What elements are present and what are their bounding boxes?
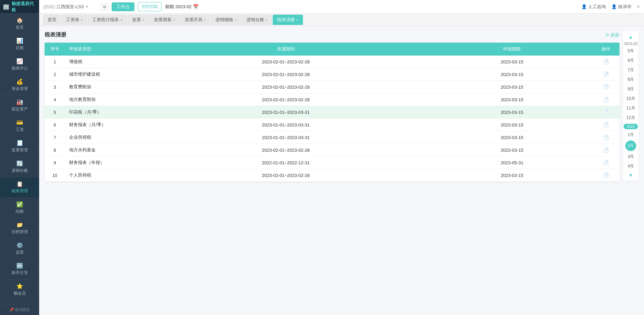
calendar-month-jul[interactable]: 7月 — [623, 65, 639, 75]
tab-tax-clear-label: 税表清册 — [277, 17, 295, 23]
sidebar-footer-unpin[interactable]: 📌 取消固定 — [0, 304, 39, 315]
copy-company-button[interactable]: ⧉ — [101, 3, 108, 10]
sidebar-item-report[interactable]: 📈 报表中心 — [0, 55, 39, 75]
ledger-icon: 📊 — [16, 38, 23, 44]
cell-period: 2023-02-01~2023-02-28 — [140, 81, 432, 93]
tax-table: 序号 申报表类型 所属期间 申报期限 操作 1 增值税 2023-02-01~2… — [45, 43, 619, 182]
vip-icon: ⭐ — [16, 283, 23, 289]
cell-no: 7 — [45, 131, 65, 144]
cell-period: 2023-01-01~2023-03-31 — [140, 131, 432, 144]
tab-invoice-calc-close[interactable]: × — [173, 18, 175, 22]
action-icon[interactable]: 📄 — [603, 109, 609, 115]
action-icon[interactable]: 📄 — [603, 172, 609, 178]
tab-invoice[interactable]: 发票 × — [128, 15, 149, 25]
action-icon[interactable]: 📄 — [603, 97, 609, 102]
calendar-month-aug[interactable]: 8月 — [623, 75, 639, 85]
sidebar-item-guide[interactable]: 🆕 新手引导 — [0, 259, 39, 280]
calendar-month-may[interactable]: 5月 — [623, 46, 639, 56]
settings-icon: ⚙️ — [16, 242, 23, 249]
calendar-up-button[interactable]: ▲ — [627, 33, 634, 41]
sidebar-item-invoice[interactable]: 🧾 发票管理 — [0, 136, 39, 157]
period-selector[interactable]: 期期 2023-02 📅 — [165, 4, 198, 10]
user-menu[interactable]: 👤 徐泽华 — [611, 4, 631, 10]
cell-deadline: 2023-03-15 — [432, 169, 593, 182]
sidebar-item-guide-label: 新手引导 — [12, 270, 28, 276]
main-panel: 税表清册 ↻ 刷新 序号 申报表类型 所属期间 申报期限 操作 — [45, 31, 619, 310]
action-icon[interactable]: 📄 — [603, 147, 609, 153]
calendar-month-nov[interactable]: 11月 — [623, 104, 639, 113]
calendar-icon[interactable]: 📅 — [193, 4, 198, 9]
tab-invoice-close[interactable]: × — [142, 18, 144, 22]
calendar-month-jun[interactable]: 6月 — [623, 56, 639, 65]
calendar-month-sep[interactable]: 9月 — [623, 85, 639, 94]
asset-icon: 🏭 — [16, 99, 23, 105]
unpin-label: 取消固定 — [15, 308, 30, 312]
sidebar-item-archive[interactable]: 📁 归档管理 — [0, 218, 39, 239]
tab-home[interactable]: 首页 — [43, 15, 61, 25]
cell-action: 📄 — [592, 169, 619, 182]
action-icon[interactable]: 📄 — [603, 135, 609, 140]
tab-invoice-open-close[interactable]: × — [204, 18, 206, 22]
workbench-button[interactable]: 工作台 — [112, 2, 134, 11]
topbar: (勿动) 江西报宜-LSS ▼ ⧉ 工作台 切到旧版 期期 2023-02 📅 … — [39, 0, 644, 14]
cell-period: 2022-01-01~2022-12-31 — [140, 156, 432, 169]
tab-inout-check-close[interactable]: × — [235, 18, 237, 22]
cell-deadline: 2023-03-15 — [432, 131, 593, 144]
sidebar-item-asset[interactable]: 🏭 固定资产 — [0, 95, 39, 116]
tab-invoice-open[interactable]: 发票开具 × — [180, 15, 210, 25]
sidebar-item-settings[interactable]: ⚙️ 设置 — [0, 239, 39, 259]
action-icon[interactable]: 📄 — [603, 59, 609, 64]
action-icon[interactable]: 📄 — [603, 84, 609, 90]
sidebar-item-vip-label: 畅会员 — [14, 290, 26, 296]
cell-period: 2023-01-01~2023-03-31 — [140, 119, 432, 131]
tab-inout-ledger[interactable]: 进销台账 × — [242, 15, 272, 25]
calendar-month-feb-selected[interactable]: 2月 — [625, 140, 636, 151]
user-avatar-icon: 👤 — [611, 4, 617, 9]
refresh-button[interactable]: ↻ 刷新 — [606, 32, 619, 38]
sidebar-item-salary[interactable]: 💳 工资 — [0, 116, 39, 136]
cell-deadline: 2023-03-15 — [432, 81, 593, 93]
invoice-icon: 🧾 — [16, 140, 23, 146]
tab-salary-report-label: 工资统计报表 — [92, 17, 119, 23]
sidebar-item-vip[interactable]: ⭐ 畅会员 — [0, 280, 39, 300]
sidebar-item-tax-label: 税务管理 — [12, 188, 28, 194]
sidebar-item-ledger[interactable]: 📊 总账 — [0, 34, 39, 55]
human-service-button[interactable]: 👤 人工咨询 — [581, 4, 606, 10]
tab-salary-report[interactable]: 工资统计报表 × — [88, 15, 127, 25]
sidebar-item-settle[interactable]: ✅ 结账 — [0, 198, 39, 218]
action-icon[interactable]: 📄 — [603, 122, 609, 127]
company-prefix: (勿动) — [43, 4, 55, 10]
tab-salary-close[interactable]: × — [81, 18, 83, 22]
tab-invoice-calc-label: 发票测算 — [154, 17, 172, 23]
tab-salary[interactable]: 工资表 × — [62, 15, 87, 25]
tab-invoice-calc[interactable]: 发票测算 × — [149, 15, 179, 25]
tab-tax-clear-close[interactable]: × — [296, 18, 298, 22]
cell-action: 📄 — [592, 93, 619, 106]
calendar-down-button[interactable]: ▼ — [627, 171, 634, 179]
tab-inout-check[interactable]: 进销稽核 × — [211, 15, 241, 25]
sidebar-item-tax[interactable]: 📋 税务管理 — [0, 177, 39, 198]
sidebar-item-fund[interactable]: 💰 资金管理 — [0, 75, 39, 95]
sidebar-item-inout[interactable]: 🔄 进销台账 — [0, 157, 39, 177]
oldversion-button[interactable]: 切到旧版 — [138, 2, 162, 11]
cell-action: 📄 — [592, 131, 619, 144]
sidebar-item-home[interactable]: 🏠 首页 — [0, 14, 39, 34]
calendar-month-dec[interactable]: 12月 — [623, 113, 639, 123]
calendar-month-apr[interactable]: 4月 — [623, 162, 639, 171]
topbar-close-button[interactable]: × — [637, 4, 640, 10]
calendar-month-mar[interactable]: 3月 — [623, 152, 639, 162]
tab-tax-clear[interactable]: 税表清册 × — [273, 15, 303, 25]
tab-inout-ledger-close[interactable]: × — [265, 18, 268, 22]
table-row: 5 印花税（月/季） 2023-01-01~2023-03-31 2023-03… — [45, 106, 619, 119]
sidebar-item-settings-label: 设置 — [16, 250, 24, 255]
app-logo-icon: 🏢 — [3, 3, 10, 10]
salary-icon: 💳 — [16, 119, 23, 126]
calendar-month-oct[interactable]: 10月 — [623, 94, 639, 104]
sidebar: 🏢 畅捷通易代账 🏠 首页 📊 总账 📈 报表中心 💰 资金管理 🏭 固定资产 … — [0, 0, 39, 315]
action-icon[interactable]: 📄 — [603, 72, 609, 77]
tab-salary-report-close[interactable]: × — [120, 18, 122, 22]
company-selector[interactable]: (勿动) 江西报宜-LSS ▼ — [43, 4, 98, 10]
action-icon[interactable]: 📄 — [603, 160, 609, 165]
calendar-month-jan[interactable]: 1月 — [623, 130, 639, 140]
cell-no: 3 — [45, 81, 65, 93]
